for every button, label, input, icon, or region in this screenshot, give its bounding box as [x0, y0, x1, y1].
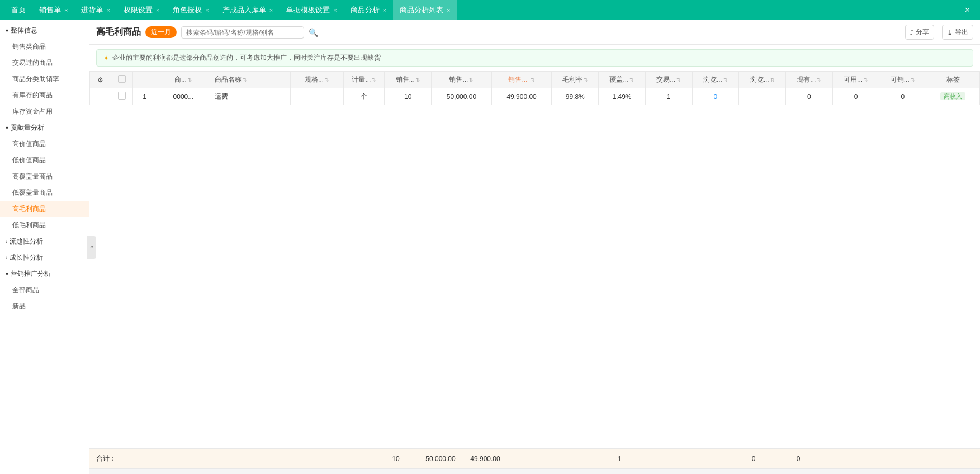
col-saleable-header[interactable]: 可销...⇅: [879, 72, 926, 88]
row-gross-rate-cell: 99.8%: [552, 88, 599, 105]
nav-product-inbound[interactable]: 产成品入库单 ×: [216, 0, 280, 20]
nav-close-sales-order[interactable]: ×: [64, 7, 68, 13]
sidebar-item-low-value[interactable]: 低价值商品: [0, 152, 89, 168]
col-available-header[interactable]: 可用...⇅: [832, 72, 879, 88]
sidebar-wrapper: ▾ 整体信息 销售类商品 交易过的商品 商品分类助销率 有库存的商品 库存资金占…: [0, 20, 89, 474]
nav-purchase-order[interactable]: 进货单 ×: [74, 0, 116, 20]
row-name-cell[interactable]: 运费: [210, 88, 291, 105]
share-icon: ⤴: [910, 29, 913, 36]
row-code-cell: 0000...: [157, 88, 210, 105]
horizontal-scrollbar[interactable]: [89, 468, 980, 474]
col-settings-header[interactable]: ⚙: [90, 72, 111, 88]
footer-sales-profit: 49,900.00: [463, 455, 508, 463]
row-browse1-cell[interactable]: 0: [692, 88, 739, 105]
sidebar-group-contribution[interactable]: ▾ 贡献量分析: [0, 120, 89, 136]
sidebar-item-high-value[interactable]: 高价值商品: [0, 136, 89, 152]
data-table: ⚙ 商...⇅ 商品名称⇅ 规格...⇅ 计量...⇅ 销售...⇅ 销售...…: [89, 71, 980, 105]
col-gross-rate-header[interactable]: 毛利率⇅: [552, 72, 599, 88]
sort-icon-current: ⇅: [817, 77, 821, 83]
sidebar-item-low-margin[interactable]: 低毛利商品: [0, 217, 89, 233]
sort-icon-sales-amt: ⇅: [469, 77, 474, 83]
table-row: 1 0000... 运费 个 10 50,000.00 49,900.00 99…: [90, 88, 980, 105]
col-spec-header[interactable]: 规格...⇅: [290, 72, 344, 88]
nav-close-product-analysis[interactable]: ×: [383, 7, 386, 13]
nav-template-settings[interactable]: 单据模板设置 ×: [280, 0, 343, 20]
row-sales-profit-cell: 49,900.00: [491, 88, 552, 105]
tag-high-income: 高收入: [940, 92, 965, 100]
export-button[interactable]: ⤓ 导出: [942, 25, 973, 40]
col-sales-amt-header[interactable]: 销售...⇅: [432, 72, 492, 88]
sort-icon-gross-rate: ⇅: [584, 77, 588, 83]
sort-icon-sales-profit: ⇅: [531, 77, 535, 83]
row-spec-cell: [290, 88, 344, 105]
footer-current: 0: [731, 455, 776, 463]
sort-icon-spec: ⇅: [325, 77, 329, 83]
sidebar-item-high-margin[interactable]: 高毛利商品: [0, 201, 89, 217]
browse1-link[interactable]: 0: [714, 93, 718, 101]
table-header-row: ⚙ 商...⇅ 商品名称⇅ 规格...⇅ 计量...⇅ 销售...⇅ 销售...…: [90, 72, 980, 88]
data-table-container[interactable]: ⚙ 商...⇅ 商品名称⇅ 规格...⇅ 计量...⇅ 销售...⇅ 销售...…: [89, 71, 980, 448]
content-header: 高毛利商品 近一月 🔍 ⤴ 分享 ⤓ 导出: [89, 20, 980, 45]
header-checkbox[interactable]: [118, 75, 126, 83]
col-browse1-header[interactable]: 浏览...⇅: [692, 72, 739, 88]
content-area: 高毛利商品 近一月 🔍 ⤴ 分享 ⤓ 导出 ✦ 企业的主要的利润都是这部分商品创…: [89, 20, 980, 474]
row-checkbox[interactable]: [118, 92, 126, 100]
sidebar-group-flow[interactable]: › 流趋性分析: [0, 233, 89, 250]
sidebar-group-marketing[interactable]: ▾ 营销推广分析: [0, 266, 89, 282]
sidebar-item-stocked-goods[interactable]: 有库存的商品: [0, 87, 89, 104]
sidebar-item-sales-goods[interactable]: 销售类商品: [0, 39, 89, 55]
col-unit-header[interactable]: 计量...⇅: [344, 72, 385, 88]
top-navigation: 首页 销售单 × 进货单 × 权限设置 × 角色授权 × 产成品入库单 × 单据…: [0, 0, 980, 20]
nav-close-product-inbound[interactable]: ×: [269, 7, 273, 13]
nav-close-purchase-order[interactable]: ×: [106, 7, 110, 13]
sidebar-item-new-goods[interactable]: 新品: [0, 298, 89, 315]
search-input[interactable]: [181, 26, 304, 39]
share-button[interactable]: ⤴ 分享: [905, 25, 934, 40]
nav-home[interactable]: 首页: [4, 0, 32, 20]
row-check-cell[interactable]: [111, 88, 132, 105]
row-sales-qty-cell: 10: [385, 88, 432, 105]
footer-trade: 1: [597, 455, 642, 463]
nav-close-permission-settings[interactable]: ×: [156, 7, 159, 13]
sidebar-item-high-coverage[interactable]: 高覆盖量商品: [0, 168, 89, 185]
sidebar-item-category-rate[interactable]: 商品分类助销率: [0, 71, 89, 87]
sidebar-collapse-button[interactable]: «: [87, 236, 96, 259]
col-num-header: [132, 72, 157, 88]
sidebar-item-stock-fund[interactable]: 库存资金占用: [0, 104, 89, 120]
app-close-button[interactable]: ×: [959, 5, 976, 15]
sidebar-group-overall[interactable]: ▾ 整体信息: [0, 22, 89, 39]
col-check-header[interactable]: [111, 72, 132, 88]
col-code-header[interactable]: 商...⇅: [157, 72, 210, 88]
nav-close-product-analysis-list[interactable]: ×: [447, 7, 450, 13]
nav-close-template-settings[interactable]: ×: [333, 7, 337, 13]
filter-recent-month-button[interactable]: 近一月: [145, 26, 177, 38]
sidebar-item-low-coverage[interactable]: 低覆盖量商品: [0, 185, 89, 201]
row-current-cell: 0: [786, 88, 833, 105]
nav-permission-settings[interactable]: 权限设置 ×: [117, 0, 166, 20]
sidebar-item-traded-goods[interactable]: 交易过的商品: [0, 55, 89, 71]
nav-product-analysis-list[interactable]: 商品分析列表 ×: [393, 0, 457, 20]
col-cover-header[interactable]: 覆盖...⇅: [599, 72, 646, 88]
col-current-header[interactable]: 现有...⇅: [786, 72, 833, 88]
col-sales-qty-header[interactable]: 销售...⇅: [385, 72, 432, 88]
nav-sales-order[interactable]: 销售单 ×: [32, 0, 74, 20]
col-sales-profit-header[interactable]: 销售... ⇅: [491, 72, 552, 88]
sort-icon-saleable: ⇅: [911, 77, 915, 83]
nav-product-analysis[interactable]: 商品分析 ×: [344, 0, 393, 20]
sidebar-group-growth[interactable]: › 成长性分析: [0, 250, 89, 266]
sidebar: ▾ 整体信息 销售类商品 交易过的商品 商品分类助销率 有库存的商品 库存资金占…: [0, 20, 89, 474]
col-trade-header[interactable]: 交易...⇅: [645, 72, 692, 88]
export-icon: ⤓: [947, 29, 953, 36]
col-browse2-header[interactable]: 浏览...⇅: [739, 72, 786, 88]
row-available-cell: 0: [832, 88, 879, 105]
nav-role-auth[interactable]: 角色授权 ×: [166, 0, 215, 20]
footer-summary-bar: 合计： 10 50,000.00 49,900.00 1 0 0: [89, 448, 980, 468]
row-saleable-cell: 0: [879, 88, 926, 105]
sidebar-item-all-goods[interactable]: 全部商品: [0, 282, 89, 298]
col-name-header[interactable]: 商品名称⇅: [210, 72, 291, 88]
nav-close-role-auth[interactable]: ×: [205, 7, 209, 13]
row-tag-cell: 高收入: [926, 88, 980, 105]
search-button[interactable]: 🔍: [309, 28, 318, 37]
sort-icon-trade: ⇅: [676, 77, 681, 83]
col-tag-header[interactable]: 标签: [926, 72, 980, 88]
